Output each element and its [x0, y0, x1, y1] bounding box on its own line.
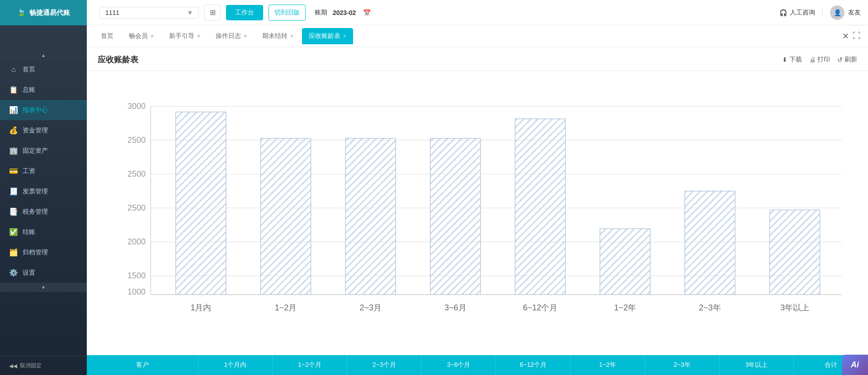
table-header: 客户 1个月内 1~2个月 2~3个月 3~6个月 6~12个月 — [87, 355, 868, 375]
svg-text:3~6月: 3~6月 — [444, 303, 467, 312]
tab-aging[interactable]: 应收账龄表 × — [302, 28, 353, 44]
sidebar-item-salary[interactable]: 💳 工资 — [0, 161, 87, 181]
company-name: 1111 — [105, 9, 119, 16]
bar-1月内 — [176, 112, 226, 295]
settings-icon-btn[interactable]: ⊞ — [204, 5, 221, 21]
sidebar-item-settings[interactable]: ⚙️ 设置 — [0, 262, 87, 283]
col-2-3year: 2~3年 — [645, 355, 720, 375]
sidebar-label-archive: 归档管理 — [23, 248, 48, 257]
switch-version-button[interactable]: 切到旧版 — [269, 5, 306, 21]
cancel-pin-label: 取消固定 — [20, 362, 42, 370]
funds-icon: 💰 — [9, 126, 18, 135]
col-6-12month: 6~12个月 — [496, 355, 571, 375]
copy-icon: ⊞ — [210, 8, 216, 17]
app-name: 畅捷通易代账 — [29, 9, 70, 17]
top-header: 🍃 畅捷通易代账 1111 ▼ ⊞ 工作台 切到旧版 账期 2023-02 📅 … — [0, 0, 868, 25]
col-customer: 客户 — [87, 355, 198, 375]
sidebar-item-home[interactable]: ⌂ 首页 — [0, 60, 87, 80]
sidebar: ▲ ⌂ 首页 📋 总账 📊 报表中心 💰 资金管理 🏢 固定资产 💳 工资 🧾 — [0, 25, 87, 375]
close-tab-button[interactable]: ✕ — [842, 31, 849, 41]
download-button[interactable]: ⬇ 下载 — [782, 56, 802, 64]
svg-text:1~2年: 1~2年 — [614, 303, 636, 312]
svg-text:3000: 3000 — [127, 102, 146, 111]
download-icon: ⬇ — [782, 56, 788, 63]
ai-label: Ai — [851, 360, 859, 370]
col-3-6month: 3~6个月 — [422, 355, 496, 375]
workbench-button[interactable]: 工作台 — [226, 5, 263, 20]
refresh-icon: ↺ — [837, 56, 843, 63]
tab-guide[interactable]: 新手引导 × — [162, 28, 207, 44]
sidebar-scroll-up[interactable]: ▲ — [0, 51, 87, 60]
col-3year-plus: 3年以上 — [720, 355, 794, 375]
sidebar-item-invoice[interactable]: 🧾 发票管理 — [0, 181, 87, 202]
app-logo: 🍃 畅捷通易代账 — [0, 0, 87, 25]
page-title: 应收账龄表 — [98, 54, 138, 65]
bar-chart: 3000 2500 2500 2500 2000 1500 1000 — [100, 80, 854, 346]
pin-icon: ◀◀ — [9, 363, 17, 369]
sidebar-item-archive[interactable]: 🗂️ 归档管理 — [0, 242, 87, 262]
col-2-3month: 2~3个月 — [347, 355, 422, 375]
main-layout: ▲ ⌂ 首页 📋 总账 📊 报表中心 💰 资金管理 🏢 固定资产 💳 工资 🧾 — [0, 25, 868, 375]
reports-icon: 📊 — [9, 106, 18, 114]
tab-aging-close[interactable]: × — [343, 33, 346, 39]
svg-text:1月内: 1月内 — [190, 303, 211, 312]
sidebar-label-funds: 资金管理 — [23, 127, 48, 135]
tab-oplog[interactable]: 操作日志 × — [209, 28, 254, 44]
refresh-button[interactable]: ↺ 刷新 — [837, 56, 857, 64]
svg-text:2500: 2500 — [127, 136, 146, 145]
invoice-icon: 🧾 — [9, 187, 18, 196]
sidebar-label-invoice: 发票管理 — [23, 188, 48, 196]
bar-3-6月 — [430, 138, 481, 295]
bar-6-12月 — [515, 119, 565, 295]
tabs-actions: ✕ ⛶ — [842, 31, 861, 41]
svg-text:6~12个月: 6~12个月 — [523, 303, 558, 312]
settings-icon: ⚙️ — [9, 268, 18, 277]
company-selector[interactable]: 1111 ▼ — [99, 7, 199, 19]
checkout-icon: ✅ — [9, 228, 18, 236]
bar-2-3年 — [685, 191, 735, 295]
salary-icon: 💳 — [9, 167, 18, 175]
sidebar-item-funds[interactable]: 💰 资金管理 — [0, 120, 87, 141]
period-label: 账期 — [315, 9, 327, 17]
sidebar-item-tax[interactable]: 📑 税务管理 — [0, 202, 87, 222]
user-area[interactable]: 👤 友友 — [830, 5, 861, 20]
ledger-icon: 📋 — [9, 85, 18, 94]
print-button[interactable]: 🖨 打印 — [809, 56, 830, 64]
logo-icon: 🍃 — [17, 9, 26, 17]
sidebar-scroll-down[interactable]: ▼ — [0, 283, 87, 292]
tab-oplog-label: 操作日志 — [216, 32, 241, 40]
cancel-pin-button[interactable]: ◀◀ 取消固定 — [0, 356, 87, 375]
svg-text:3年以上: 3年以上 — [780, 303, 809, 312]
headset-icon: 🎧 — [779, 9, 787, 16]
consult-button[interactable]: 🎧 人工咨询 — [779, 9, 815, 17]
tab-period-end-close[interactable]: × — [290, 33, 293, 39]
bar-3年以上 — [769, 210, 820, 295]
tab-member-close[interactable]: × — [151, 33, 154, 39]
svg-text:1000: 1000 — [127, 287, 146, 296]
tab-home[interactable]: 首页 — [94, 28, 120, 44]
sidebar-item-checkout[interactable]: ✅ 结账 — [0, 222, 87, 242]
tab-guide-close[interactable]: × — [197, 33, 200, 39]
svg-text:2~3月: 2~3月 — [359, 303, 382, 312]
download-label: 下载 — [789, 56, 802, 64]
sidebar-label-home: 首页 — [23, 66, 35, 74]
sidebar-item-reports[interactable]: 📊 报表中心 — [0, 100, 87, 120]
chevron-down-icon: ▼ — [187, 9, 193, 16]
ai-badge[interactable]: Ai — [842, 355, 868, 375]
page-header: 应收账龄表 ⬇ 下载 🖨 打印 ↺ 刷新 — [87, 47, 868, 71]
sidebar-item-assets[interactable]: 🏢 固定资产 — [0, 141, 87, 161]
expand-tab-button[interactable]: ⛶ — [853, 31, 861, 41]
tab-oplog-close[interactable]: × — [244, 33, 247, 39]
refresh-label: 刷新 — [844, 56, 857, 64]
calendar-icon[interactable]: 📅 — [363, 9, 371, 16]
sidebar-item-ledger[interactable]: 📋 总账 — [0, 80, 87, 100]
content-area: 首页 畅会员 × 新手引导 × 操作日志 × 期末结转 × 应收账龄表 × — [87, 25, 868, 375]
tab-member[interactable]: 畅会员 × — [122, 28, 160, 44]
svg-text:2~3年: 2~3年 — [699, 303, 721, 312]
tab-period-end-label: 期末结转 — [262, 32, 288, 40]
page-actions: ⬇ 下载 🖨 打印 ↺ 刷新 — [782, 56, 857, 64]
print-icon: 🖨 — [809, 56, 816, 63]
page-content: 应收账龄表 ⬇ 下载 🖨 打印 ↺ 刷新 — [87, 47, 868, 375]
tab-period-end[interactable]: 期末结转 × — [255, 28, 300, 44]
sidebar-label-checkout: 结账 — [23, 228, 35, 236]
